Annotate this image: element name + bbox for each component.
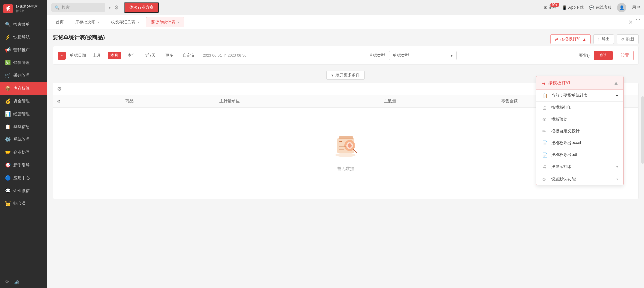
sidebar-item-wechat[interactable]: 💬企业微信	[0, 184, 47, 197]
sidebar-item-label-finance: 资金管理	[13, 98, 30, 104]
sidebar-item-operations[interactable]: 📊经营管理	[0, 107, 47, 120]
date-btn-current-year[interactable]: 本年	[125, 52, 139, 59]
type-label: 单据类型	[369, 53, 385, 58]
sidebar-item-quick-nav[interactable]: ⚡快捷导航	[0, 31, 47, 43]
tab-label-receipts-summary: 收发存汇总表	[111, 19, 135, 25]
tab-close-receipts-summary[interactable]: ×	[137, 20, 139, 24]
filter-expand-btn[interactable]: »	[58, 52, 66, 60]
sidebar-item-purchase[interactable]: 🛒采购管理	[0, 69, 47, 82]
current-template-item[interactable]: 📋 当前：要货单统计表 ▾	[536, 90, 623, 101]
sidebar-item-label-wechat: 企业微信	[13, 188, 30, 194]
sidebar-item-icon-operations: 📊	[5, 111, 11, 117]
refresh-btn[interactable]: ↻ 刷新	[617, 34, 639, 44]
dropdown-item-template-preview[interactable]: 👁模板预览	[536, 114, 623, 125]
tabbar: 首页库存批次账×收发存汇总表×要货单统计表× ✕ ⛶	[47, 15, 644, 29]
dropdown-item-label-template-export-pdf: 按模板导出pdf	[551, 152, 577, 158]
req-category-label: 要货()	[579, 53, 590, 58]
sidebar-item-icon-wechat: 💬	[5, 188, 11, 194]
sidebar-item-icon-guide: 🎯	[5, 162, 11, 168]
sidebar-title: 畅康通好生意	[16, 4, 38, 9]
app-download-btn[interactable]: 📱 App下载	[562, 5, 584, 10]
sidebar-item-label-purchase: 采购管理	[13, 73, 30, 78]
dropdown-item-template-print[interactable]: 🖨按模板打印	[536, 102, 623, 114]
dropdown-item-label-template-print: 按模板打印	[551, 105, 572, 110]
topbar-right: ✉ 消息 99+ 📱 App下载 💬 在线客服 👤 用户	[544, 3, 640, 12]
tab-label-inventory-batch: 库存批次账	[75, 19, 95, 25]
dropdown-item-arrow-display-print: ▾	[616, 165, 618, 169]
topbar-search[interactable]: 🔍 搜索	[51, 3, 105, 12]
svg-point-0	[335, 153, 356, 157]
type-chevron-icon: ▾	[451, 53, 453, 58]
settings-icon[interactable]: ⚙	[5, 278, 9, 285]
date-btn-more[interactable]: 更多	[163, 52, 176, 59]
tab-inventory-batch[interactable]: 库存批次账×	[70, 17, 105, 27]
search-placeholder: 搜索	[62, 5, 70, 10]
user-name: 用户	[632, 5, 640, 10]
dropdown-item-display-print[interactable]: 🖨按显示打印▾	[536, 161, 623, 173]
tab-receipts-summary[interactable]: 收发存汇总表×	[106, 17, 144, 27]
tab-close-inventory-batch[interactable]: ×	[97, 20, 99, 24]
sidebar-logo: 畅	[3, 4, 13, 13]
date-btn-custom[interactable]: 自定义	[180, 52, 198, 59]
date-btn-prev-month[interactable]: 上月	[90, 52, 104, 59]
current-template-icon: 📋	[542, 93, 548, 98]
scroll-indicator[interactable]	[641, 96, 644, 164]
tab-close-requisition-stats[interactable]: ×	[177, 20, 179, 24]
online-service-btn[interactable]: 💬 在线客服	[589, 5, 612, 10]
sidebar-item-search[interactable]: 🔍搜索菜单	[0, 18, 47, 31]
user-avatar[interactable]: 👤	[617, 3, 626, 12]
date-btn-current-month[interactable]: 本月	[108, 52, 121, 59]
print-icon: 🖨	[555, 37, 559, 42]
dropdown-item-template-export-excel[interactable]: 📄按模板导出excel	[536, 137, 623, 149]
sidebar-item-sales[interactable]: 💹销售管理	[0, 56, 47, 69]
print-label: 按模板打印	[560, 36, 581, 42]
topbar-chevron-icon[interactable]: ▾	[109, 5, 111, 10]
sidebar-subtitle: 标准版	[16, 9, 38, 13]
messages-btn[interactable]: ✉ 消息 99+	[544, 5, 557, 10]
sidebar-item-label-guide: 新手引导	[13, 162, 30, 168]
sidebar-item-guide[interactable]: 🎯新手引导	[0, 159, 47, 171]
tabbar-close-icon[interactable]: ✕	[628, 19, 633, 25]
sidebar-item-apps[interactable]: 🔵应用中心	[0, 171, 47, 184]
sidebar-item-cooperation[interactable]: 🤝企业协同	[0, 146, 47, 159]
col-header-unit: 主计量单位	[215, 95, 380, 108]
sidebar-item-label-inventory: 库存核算	[13, 86, 30, 91]
current-template-chevron: ▾	[616, 93, 618, 98]
sidebar-item-member[interactable]: 👑畅会员	[0, 197, 47, 210]
sidebar-nav: 🔍搜索菜单⚡快捷导航📢营销推广💹销售管理🛒采购管理📦库存核算💰资金管理📊经营管理…	[0, 18, 47, 275]
tab-requisition-stats[interactable]: 要货单统计表×	[146, 17, 184, 27]
tab-home[interactable]: 首页	[51, 17, 69, 27]
industry-btn[interactable]: 体验行业方案	[124, 2, 159, 13]
settings-btn[interactable]: 设置	[617, 51, 634, 60]
dropdown-item-set-default[interactable]: ⚙设置默认功能▾	[536, 173, 623, 185]
online-service-label: 在线客服	[595, 5, 612, 10]
sidebar-item-system[interactable]: ⚙️系统管理	[0, 133, 47, 146]
sidebar-item-label-basics: 基础信息	[13, 124, 30, 130]
sidebar-item-finance[interactable]: 💰资金管理	[0, 95, 47, 107]
dropdown-item-icon-set-default: ⚙	[542, 177, 548, 182]
tab-label-home: 首页	[56, 19, 64, 25]
sidebar-item-label-quick-nav: 快捷导航	[13, 34, 30, 40]
sidebar-item-label-system: 系统管理	[13, 137, 30, 142]
svg-point-5	[348, 143, 352, 148]
sound-icon[interactable]: 🔈	[14, 278, 21, 285]
print-dropdown-close-icon[interactable]: ▲	[613, 80, 619, 86]
topbar-gear-icon[interactable]: ⚙	[114, 4, 119, 11]
query-btn[interactable]: 查询	[594, 51, 613, 60]
table-settings-icon[interactable]: ⚙	[57, 86, 62, 92]
dropdown-item-template-export-pdf[interactable]: 📄按模板导出pdf	[536, 149, 623, 161]
dropdown-item-icon-template-export-pdf: 📄	[542, 152, 548, 158]
sidebar-item-marketing[interactable]: 📢营销推广	[0, 43, 47, 56]
print-dropdown-title-icon: 🖨	[541, 81, 546, 86]
dropdown-item-icon-template-custom: ✏	[542, 129, 548, 134]
tabbar-expand-icon[interactable]: ⛶	[635, 19, 641, 25]
print-btn[interactable]: 🖨 按模板打印 ▲	[550, 34, 591, 44]
app-icon: 📱	[562, 5, 567, 10]
export-btn[interactable]: ↑ 导出	[593, 34, 614, 44]
sidebar-item-inventory[interactable]: 📦库存核算	[0, 82, 47, 95]
sidebar-item-basics[interactable]: 📋基础信息	[0, 120, 47, 133]
type-select[interactable]: 单据类型 ▾	[389, 51, 457, 60]
expand-conditions-btn[interactable]: ▾ 展开更多条件	[326, 71, 365, 80]
dropdown-item-template-custom[interactable]: ✏模板自定义设计	[536, 125, 623, 137]
date-btn-last7days[interactable]: 近7天	[143, 52, 158, 59]
